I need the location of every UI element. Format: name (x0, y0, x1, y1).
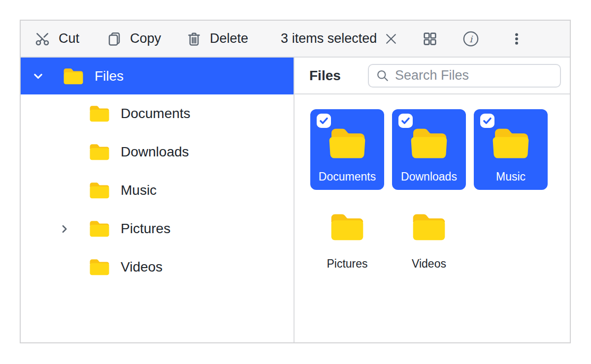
clear-selection-button[interactable] (384, 31, 398, 46)
open-folder-icon (407, 125, 451, 161)
folder-icon (88, 258, 111, 276)
folder-name: Music (496, 170, 525, 183)
sidebar-item-pictures[interactable]: Pictures (21, 210, 294, 248)
folder-icon (410, 212, 448, 243)
sidebar-item-downloads[interactable]: Downloads (21, 133, 294, 171)
cut-label: Cut (59, 31, 79, 46)
grid-view-icon (422, 31, 438, 47)
check-icon (482, 116, 492, 126)
copy-button[interactable]: Copy (107, 31, 161, 46)
content-pane: Files Documents (295, 58, 570, 342)
grid-view-button[interactable] (422, 31, 438, 47)
sidebar-item-label: Videos (121, 259, 163, 275)
sidebar-item-music[interactable]: Music (21, 171, 294, 210)
close-icon (384, 31, 398, 46)
folder-tile-music[interactable]: Music (474, 109, 548, 190)
selected-checkbox[interactable] (398, 114, 413, 128)
folder-tile-documents[interactable]: Documents (310, 109, 384, 190)
cut-button[interactable]: Cut (34, 31, 79, 47)
sidebar-tree: Files Documents Downloads Music (21, 58, 295, 342)
content-header: Files (295, 58, 570, 94)
folder-name: Downloads (401, 170, 457, 183)
info-icon: i (462, 30, 479, 47)
sidebar-item-label: Downloads (121, 144, 189, 160)
collapse-expander[interactable] (32, 69, 45, 83)
scissors-icon (34, 31, 50, 47)
file-manager-window: Cut Copy Delete 3 items selected (20, 20, 571, 343)
folder-tile-pictures[interactable]: Pictures (310, 211, 384, 271)
expander-slot (58, 261, 71, 274)
more-options-button[interactable] (510, 32, 524, 46)
check-icon (400, 116, 411, 126)
folder-icon (62, 67, 85, 86)
sidebar-item-documents[interactable]: Documents (21, 94, 294, 133)
folder-tile-videos[interactable]: Videos (392, 211, 466, 271)
folder-icon (88, 219, 111, 238)
sidebar-item-label: Files (95, 68, 124, 84)
svg-text:i: i (470, 33, 474, 44)
check-icon (319, 116, 329, 126)
trash-icon (187, 31, 201, 46)
expand-expander[interactable] (58, 222, 71, 236)
info-button[interactable]: i (462, 30, 479, 47)
folder-name: Pictures (327, 257, 367, 271)
selected-checkbox[interactable] (317, 114, 331, 128)
folder-name: Videos (412, 257, 446, 271)
search-input[interactable] (395, 68, 554, 83)
location-label: Files (309, 68, 341, 84)
main-area: Files Documents Downloads Music (21, 58, 570, 342)
folder-tile-downloads[interactable]: Downloads (392, 109, 466, 190)
expander-slot (58, 146, 71, 159)
chevron-down-icon (32, 69, 45, 83)
search-box[interactable] (368, 64, 561, 88)
search-icon (376, 69, 389, 82)
expander-slot (58, 184, 71, 197)
chevron-right-icon (58, 223, 70, 235)
sidebar-item-label: Documents (121, 106, 191, 121)
folder-grid: Documents Downloads (295, 94, 570, 271)
delete-button[interactable]: Delete (187, 31, 248, 46)
delete-label: Delete (210, 31, 248, 46)
folder-icon (88, 143, 111, 161)
sidebar-item-label: Pictures (121, 221, 170, 237)
folder-name: Documents (319, 170, 376, 183)
sidebar-item-files[interactable]: Files (21, 58, 294, 94)
selected-checkbox[interactable] (480, 114, 494, 128)
copy-icon (107, 31, 122, 46)
folder-icon (328, 212, 366, 243)
open-folder-icon (326, 125, 369, 161)
copy-label: Copy (130, 31, 161, 46)
folder-icon (88, 181, 111, 200)
sidebar-item-videos[interactable]: Videos (21, 248, 294, 286)
more-vertical-icon (510, 32, 524, 46)
expander-slot (58, 107, 71, 121)
toolbar: Cut Copy Delete 3 items selected (21, 21, 570, 58)
open-folder-icon (489, 125, 532, 161)
folder-icon (88, 104, 111, 123)
sidebar-item-label: Music (121, 182, 157, 198)
selection-status: 3 items selected (281, 31, 377, 46)
